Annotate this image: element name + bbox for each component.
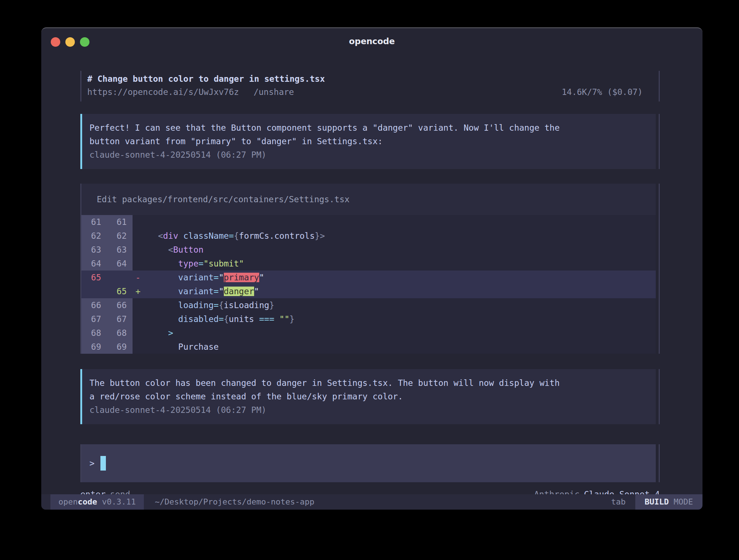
message-text: Perfect! I can see that the Button compo… (89, 121, 643, 148)
working-directory: ~/Desktop/Projects/demo-notes-app (155, 494, 611, 510)
share-url: https://opencode.ai/s/UwJxv76z (87, 87, 239, 97)
diff-row: 6666 loading={isLoading} (81, 298, 656, 312)
app-version-badge: opencode v0.3.11 (50, 494, 144, 510)
status-bar: opencode v0.3.11 ~/Desktop/Projects/demo… (41, 494, 702, 510)
prompt-input-block: > (80, 444, 660, 482)
prompt-symbol: > (89, 459, 95, 468)
prompt-input[interactable]: > (80, 444, 656, 482)
unshare-command: /unshare (253, 87, 294, 97)
context-stats: 14.6K/7% ($0.07) (562, 85, 643, 99)
diff-table: 61616262 <div className={formCs.controls… (81, 215, 656, 354)
title-bar: opencode (41, 28, 702, 56)
message-meta: claude-sonnet-4-20250514 (06:27 PM) (89, 148, 643, 162)
assistant-message: The button color has been changed to dan… (80, 369, 660, 424)
mode-badge[interactable]: BUILD MODE (635, 494, 702, 510)
diff-row: 6464 type="submit" (81, 257, 656, 271)
diff-row: 6363 <Button (81, 243, 656, 257)
tool-call-edit: Edit packages/frontend/src/containers/Se… (80, 184, 660, 354)
diff-row: 6161 (81, 215, 656, 229)
diff-row: 6767 disabled={units === ""} (81, 312, 656, 326)
diff-row: 6868 > (81, 326, 656, 340)
window-title: opencode (41, 28, 702, 56)
message-text: The button color has been changed to dan… (89, 376, 643, 403)
diff-row: 65+ variant="danger" (81, 284, 656, 298)
diff-row: 6262 <div className={formCs.controls}> (81, 229, 656, 243)
opencode-window: opencode # Change button color to danger… (41, 27, 702, 510)
message-meta: claude-sonnet-4-20250514 (06:27 PM) (89, 403, 643, 417)
text-cursor (100, 456, 106, 471)
screen: opencode # Change button color to danger… (0, 0, 739, 560)
tool-title: Edit packages/frontend/src/containers/Se… (81, 193, 656, 206)
diff-row: 6969 Purchase (81, 340, 656, 354)
session-title: # Change button color to danger in setti… (87, 72, 643, 85)
tab-key-hint: tab (611, 494, 626, 510)
session-header: # Change button color to danger in setti… (80, 71, 660, 101)
diff-row: 65- variant="primary" (81, 271, 656, 284)
assistant-message: Perfect! I can see that the Button compo… (80, 114, 660, 169)
